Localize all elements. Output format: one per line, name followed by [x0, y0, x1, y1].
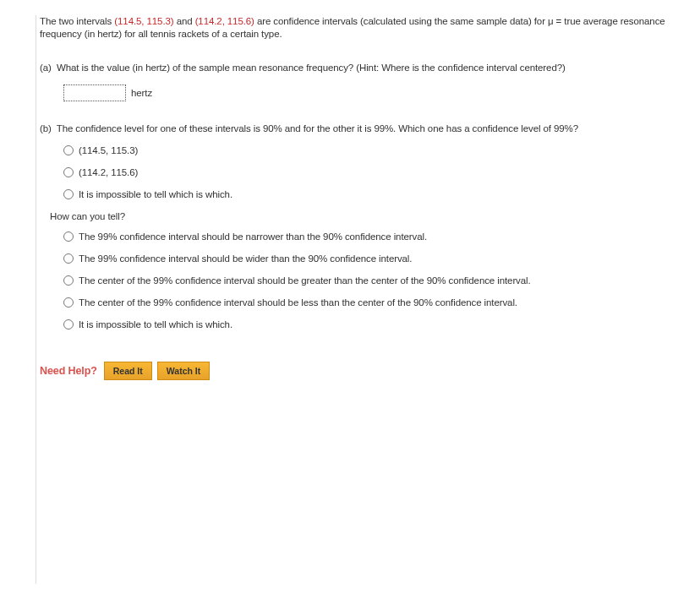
option-b2-1-label: The 99% confidence interval should be na… — [79, 231, 427, 242]
part-b-options-1: (114.5, 115.3) (114.2, 115.6) It is impo… — [63, 145, 700, 199]
radio-b2-5[interactable] — [63, 319, 74, 329]
option-b1-1[interactable]: (114.5, 115.3) — [63, 145, 700, 155]
option-b2-2-label: The 99% confidence interval should be wi… — [79, 253, 412, 264]
unit-label: hertz — [131, 88, 152, 98]
part-b-label: (b) — [40, 123, 52, 133]
question-intro: The two intervals (114.5, 115.3) and (11… — [40, 15, 700, 41]
part-b-options-2: The 99% confidence interval should be na… — [63, 231, 700, 329]
part-b-text: The confidence level for one of these in… — [57, 123, 578, 133]
option-b2-4[interactable]: The center of the 99% confidence interva… — [63, 297, 700, 308]
part-a-label: (a) — [40, 63, 52, 73]
interval-1: (114.5, 115.3) — [114, 16, 173, 26]
need-help-label: Need Help? — [40, 365, 97, 377]
part-a: (a) What is the value (in hertz) of the … — [40, 63, 700, 101]
option-b1-2-label: (114.2, 115.6) — [79, 167, 138, 177]
option-b1-3-label: It is impossible to tell which is which. — [79, 189, 232, 199]
part-a-question: (a) What is the value (in hertz) of the … — [40, 63, 700, 73]
radio-b2-1[interactable] — [63, 231, 74, 242]
part-b-question: (b) The confidence level for one of thes… — [40, 123, 700, 133]
interval-2: (114.2, 115.6) — [195, 16, 254, 26]
option-b1-2[interactable]: (114.2, 115.6) — [63, 167, 700, 177]
option-b1-1-label: (114.5, 115.3) — [79, 145, 138, 155]
read-it-button[interactable]: Read It — [104, 362, 152, 380]
radio-b1-1[interactable] — [63, 145, 74, 155]
radio-b2-2[interactable] — [63, 253, 74, 264]
part-b: (b) The confidence level for one of thes… — [40, 123, 700, 329]
watch-it-button[interactable]: Watch It — [157, 362, 210, 380]
radio-b1-2[interactable] — [63, 167, 74, 177]
radio-b1-3[interactable] — [63, 189, 74, 199]
need-help-row: Need Help? Read It Watch It — [40, 362, 700, 380]
radio-b2-4[interactable] — [63, 297, 74, 308]
option-b2-1[interactable]: The 99% confidence interval should be na… — [63, 231, 700, 242]
option-b1-3[interactable]: It is impossible to tell which is which. — [63, 189, 700, 199]
option-b2-5[interactable]: It is impossible to tell which is which. — [63, 319, 700, 329]
option-b2-5-label: It is impossible to tell which is which. — [79, 319, 232, 329]
option-b2-3[interactable]: The center of the 99% confidence interva… — [63, 275, 700, 286]
intro-text-prefix: The two intervals — [40, 16, 114, 26]
radio-b2-3[interactable] — [63, 275, 74, 286]
intro-text-mid: and — [174, 16, 195, 26]
part-b-subquestion: How can you tell? — [50, 211, 700, 221]
mean-input[interactable] — [63, 84, 126, 101]
option-b2-3-label: The center of the 99% confidence interva… — [79, 275, 531, 286]
option-b2-2[interactable]: The 99% confidence interval should be wi… — [63, 253, 700, 264]
part-a-text: What is the value (in hertz) of the samp… — [57, 63, 566, 73]
option-b2-4-label: The center of the 99% confidence interva… — [79, 297, 517, 308]
